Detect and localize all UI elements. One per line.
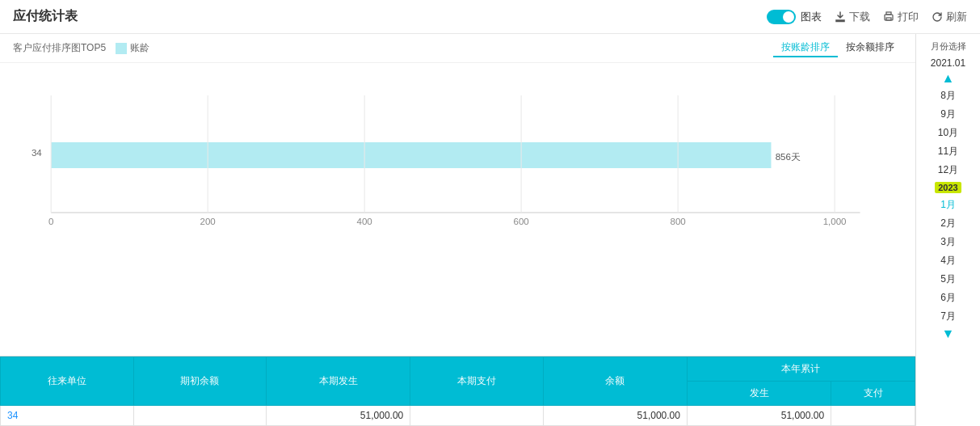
col-source: 往来单位 <box>1 357 134 406</box>
sort-by-amount-button[interactable]: 按余额排序 <box>838 39 902 57</box>
print-label: 打印 <box>898 10 919 24</box>
month-1[interactable]: 1月 <box>916 196 980 214</box>
cell-current-pay <box>410 406 544 426</box>
year-label: 2023 <box>935 182 961 193</box>
svg-rect-1 <box>886 12 891 15</box>
month-8[interactable]: 8月 <box>916 86 980 105</box>
svg-text:856天: 856天 <box>776 152 800 162</box>
month-6[interactable]: 6月 <box>916 289 980 307</box>
month-3[interactable]: 3月 <box>916 233 980 251</box>
sort-by-balance-button[interactable]: 按账龄排序 <box>773 39 838 57</box>
month-9[interactable]: 9月 <box>916 105 980 124</box>
svg-text:1,000: 1,000 <box>823 217 847 226</box>
month-7[interactable]: 7月 <box>916 307 980 326</box>
month-10[interactable]: 10月 <box>916 124 980 142</box>
cell-ytd-pay <box>831 406 915 426</box>
legend-title: 客户应付排序图TOP5 <box>13 41 106 55</box>
table-row: 34 51,000.00 51,000.00 51,000.00 <box>1 406 915 426</box>
scroll-up-button[interactable]: ▲ <box>939 70 958 86</box>
col-ytd-pay: 支付 <box>831 382 915 406</box>
current-period: 2021.01 <box>916 56 980 70</box>
sidebar-title: 月份选择 <box>931 37 966 56</box>
cell-source: 34 <box>1 406 134 426</box>
year-2023-badge: 2023 <box>916 179 980 196</box>
chart-legend: 客户应付排序图TOP5 账龄 <box>13 41 149 55</box>
download-label: 下载 <box>849 10 870 24</box>
col-ytd: 本年累计 <box>687 357 915 382</box>
download-button[interactable]: 下载 <box>835 10 870 24</box>
cell-ytd-occur: 51,000.00 <box>687 406 831 426</box>
month-11[interactable]: 11月 <box>916 142 980 161</box>
cell-current-occur: 51,000.00 <box>267 406 410 426</box>
svg-text:200: 200 <box>200 217 216 226</box>
cell-balance: 51,000.00 <box>543 406 687 426</box>
bar-chart: 34 856天 0 200 400 600 800 <box>13 71 902 257</box>
toggle-switch-icon[interactable] <box>767 10 796 24</box>
download-icon <box>835 11 846 23</box>
chart-toggle[interactable]: 图表 <box>767 10 822 24</box>
toggle-label: 图表 <box>801 10 822 24</box>
svg-text:34: 34 <box>32 148 42 158</box>
data-table: 往来单位 期初余额 本期发生 本期支付 余额 本年累计 发生 支付 <box>0 356 915 426</box>
print-icon <box>883 11 894 23</box>
svg-rect-4 <box>51 142 771 168</box>
svg-text:400: 400 <box>357 217 372 226</box>
sort-buttons[interactable]: 按账龄排序 按余额排序 <box>773 39 902 57</box>
svg-rect-2 <box>886 18 891 20</box>
legend-box-icon: 账龄 <box>116 41 149 55</box>
svg-text:600: 600 <box>514 217 529 226</box>
source-link[interactable]: 34 <box>7 410 18 421</box>
month-4[interactable]: 4月 <box>916 251 980 270</box>
month-12[interactable]: 12月 <box>916 161 980 179</box>
col-current-pay: 本期支付 <box>410 357 544 406</box>
legend-box-label: 账龄 <box>130 42 149 53</box>
chart-area: 34 856天 0 200 400 600 800 <box>0 63 915 356</box>
col-current-occur: 本期发生 <box>267 357 410 406</box>
refresh-label: 刷新 <box>946 10 967 24</box>
col-opening: 期初余额 <box>133 357 267 406</box>
data-table-section: 往来单位 期初余额 本期发生 本期支付 余额 本年累计 发生 支付 <box>0 356 915 426</box>
month-2[interactable]: 2月 <box>916 214 980 233</box>
refresh-icon <box>932 11 943 23</box>
cell-opening <box>133 406 267 426</box>
col-ytd-occur: 发生 <box>687 382 831 406</box>
month-5[interactable]: 5月 <box>916 270 980 289</box>
svg-text:0: 0 <box>48 217 53 226</box>
svg-text:800: 800 <box>671 217 686 226</box>
refresh-button[interactable]: 刷新 <box>932 10 967 24</box>
scroll-down-button[interactable]: ▼ <box>939 326 958 342</box>
col-balance: 余额 <box>543 357 687 406</box>
page-title: 应付统计表 <box>13 8 767 25</box>
month-sidebar: 月份选择 2021.01 ▲ 8月 9月 10月 11月 12月 2023 1月… <box>915 34 980 426</box>
print-button[interactable]: 打印 <box>883 10 919 24</box>
